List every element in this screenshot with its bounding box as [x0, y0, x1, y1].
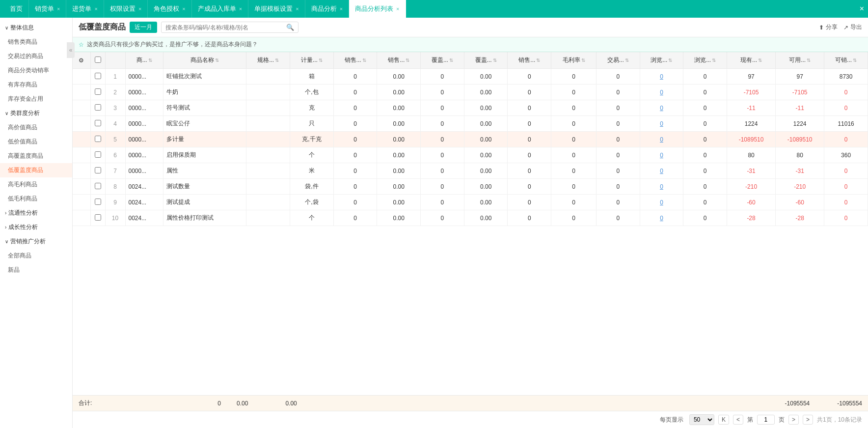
row-checkbox[interactable]	[95, 183, 101, 189]
sidebar-item-low-value[interactable]: 低价值商品	[0, 135, 72, 149]
nav-permission[interactable]: 权限设置 ×	[104, 0, 148, 18]
sidebar-item-sales-products[interactable]: 销售类商品	[0, 35, 72, 49]
sort-icon[interactable]: ⇅	[493, 57, 497, 63]
sort-icon[interactable]: ⇅	[148, 57, 152, 63]
cell-checkbox[interactable]	[90, 100, 105, 116]
sidebar-item-high-coverage[interactable]: 高覆盖度商品	[0, 149, 72, 163]
column-spec[interactable]: 规格...⇅	[246, 52, 290, 69]
sort-icon[interactable]: ⇅	[449, 57, 453, 63]
nav-purchase-order[interactable]: 进货单 ×	[66, 0, 104, 18]
column-cover2[interactable]: 覆盖...⇅	[464, 52, 508, 69]
cell-browse1[interactable]: 0	[640, 195, 683, 210]
sidebar-section-cluster[interactable]: ∨ 类群度分析	[0, 106, 72, 120]
sort-icon[interactable]: ⇅	[853, 57, 857, 63]
sidebar-collapse-button[interactable]: «	[67, 42, 75, 58]
sort-icon[interactable]: ⇅	[215, 57, 219, 63]
nav-product-analysis[interactable]: 商品分析 ×	[305, 0, 349, 18]
sort-icon[interactable]: ⇅	[275, 57, 279, 63]
sort-icon[interactable]: ⇅	[362, 57, 366, 63]
cell-checkbox[interactable]	[90, 132, 105, 147]
sort-icon[interactable]: ⇅	[406, 57, 409, 63]
page-size-select[interactable]: 50 100 200	[689, 414, 714, 425]
export-button[interactable]: ↗ 导出	[843, 23, 862, 31]
cell-browse1[interactable]: 0	[640, 69, 683, 85]
sidebar-item-stock-products[interactable]: 有库存商品	[0, 78, 72, 92]
sort-icon[interactable]: ⇅	[581, 57, 585, 63]
cell-browse1[interactable]: 0	[640, 85, 683, 100]
row-checkbox[interactable]	[95, 167, 101, 173]
sort-icon[interactable]: ⇅	[712, 57, 716, 63]
filter-period-button[interactable]: 近一月	[130, 22, 157, 33]
cell-checkbox[interactable]	[90, 195, 105, 210]
column-unit[interactable]: 计量...⇅	[290, 52, 334, 69]
column-current[interactable]: 现有...⇅	[727, 52, 776, 69]
close-icon[interactable]: ×	[94, 6, 97, 12]
cell-checkbox[interactable]	[90, 147, 105, 163]
close-icon[interactable]: ×	[57, 6, 60, 12]
cell-browse1[interactable]: 0	[640, 179, 683, 195]
sidebar-section-growth[interactable]: › 成长性分析	[0, 220, 72, 234]
column-browse2[interactable]: 浏览...⇅	[683, 52, 727, 69]
close-icon[interactable]: ×	[296, 6, 298, 12]
row-checkbox[interactable]	[95, 136, 101, 142]
close-icon[interactable]: ×	[182, 6, 185, 12]
row-checkbox[interactable]	[95, 104, 101, 111]
row-checkbox[interactable]	[95, 151, 101, 158]
cell-browse1[interactable]: 0	[640, 116, 683, 132]
sort-icon[interactable]: ⇅	[668, 57, 672, 63]
nav-role-auth[interactable]: 角色授权 ×	[148, 0, 191, 18]
cell-browse1[interactable]: 0	[640, 163, 683, 179]
cell-checkbox[interactable]	[90, 179, 105, 195]
cell-checkbox[interactable]	[90, 163, 105, 179]
column-code[interactable]: 商...⇅	[125, 52, 163, 69]
nav-home[interactable]: 首页	[4, 0, 29, 18]
row-checkbox[interactable]	[95, 214, 101, 221]
sidebar-item-high-value[interactable]: 高价值商品	[0, 120, 72, 135]
cell-checkbox[interactable]	[90, 69, 105, 85]
sort-icon[interactable]: ⇅	[758, 57, 762, 63]
close-all-button[interactable]: ×	[860, 4, 864, 13]
sidebar-section-overall[interactable]: ∨ 整体信息	[0, 21, 72, 35]
nav-product-analysis-list[interactable]: 商品分析列表 ×	[349, 0, 406, 18]
search-icon[interactable]: 🔍	[286, 24, 294, 31]
cell-checkbox[interactable]	[90, 85, 105, 100]
select-all-checkbox[interactable]	[95, 57, 101, 63]
sidebar-item-capital-occupation[interactable]: 库存资金占用	[0, 92, 72, 106]
row-checkbox[interactable]	[95, 199, 101, 205]
sidebar-item-new-products[interactable]: 新品	[0, 263, 72, 277]
cell-browse1[interactable]: 0	[640, 210, 683, 226]
column-name[interactable]: 商品名称⇅	[163, 52, 246, 69]
sort-icon[interactable]: ⇅	[625, 57, 629, 63]
column-gross[interactable]: 毛利率⇅	[551, 52, 597, 69]
cell-checkbox[interactable]	[90, 210, 105, 226]
share-button[interactable]: ⬆ 分享	[819, 23, 838, 31]
column-select-all[interactable]	[90, 52, 105, 69]
column-browse1[interactable]: 浏览...⇅	[640, 52, 683, 69]
sidebar-item-low-margin[interactable]: 低毛利商品	[0, 192, 72, 206]
close-icon[interactable]: ×	[138, 6, 141, 12]
sidebar-item-traded-products[interactable]: 交易过的商品	[0, 49, 72, 63]
sort-icon[interactable]: ⇅	[536, 57, 540, 63]
cell-browse1[interactable]: 0	[640, 100, 683, 116]
column-cover1[interactable]: 覆盖...⇅	[421, 52, 464, 69]
column-settings[interactable]: ⚙	[73, 52, 90, 69]
sort-icon[interactable]: ⇅	[319, 57, 323, 63]
sidebar-item-high-margin[interactable]: 高毛利商品	[0, 177, 72, 192]
close-icon[interactable]: ×	[340, 6, 343, 12]
cell-checkbox[interactable]	[90, 116, 105, 132]
sidebar-item-low-coverage[interactable]: 低覆盖度商品	[0, 163, 72, 177]
sidebar-item-all-products[interactable]: 全部商品	[0, 249, 72, 263]
page-number-input[interactable]	[757, 415, 775, 425]
column-trade[interactable]: 交易...⇅	[596, 52, 640, 69]
search-input[interactable]	[165, 24, 286, 31]
prev-page-button[interactable]: <	[733, 415, 743, 425]
row-checkbox[interactable]	[95, 88, 101, 95]
column-saleable[interactable]: 可销...⇅	[824, 52, 868, 69]
close-icon[interactable]: ×	[396, 6, 399, 12]
row-checkbox[interactable]	[95, 73, 101, 79]
nav-product-inbound[interactable]: 产成品入库单 ×	[192, 0, 248, 18]
last-page-button[interactable]: >	[803, 415, 813, 425]
sidebar-item-category-turnover[interactable]: 商品分类动销率	[0, 63, 72, 78]
column-usable[interactable]: 可用...⇅	[776, 52, 824, 69]
first-page-button[interactable]: K	[718, 415, 729, 425]
